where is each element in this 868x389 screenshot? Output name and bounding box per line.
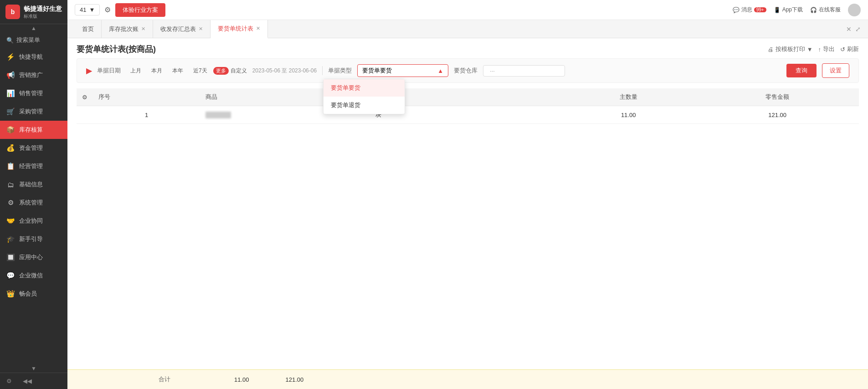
row-no: 1 — [93, 106, 200, 124]
sidebar-collapse-icon[interactable]: ◀◀ — [23, 378, 32, 384]
date-btn-last-7[interactable]: 近7天 — [189, 65, 211, 77]
messages-item[interactable]: 💬 消息 99+ — [733, 6, 766, 14]
print-dropdown-icon: ▼ — [807, 46, 813, 53]
marketing-icon: 📢 — [6, 71, 15, 79]
footer-label: 合计 — [159, 375, 170, 384]
sidebar-item-marketing[interactable]: 📢 营销推广 — [0, 66, 67, 84]
logo-icon: b — [5, 5, 20, 19]
footer-quantity: 11.00 — [234, 376, 249, 383]
tab-batch-account-close[interactable]: ✕ — [141, 26, 145, 32]
tab-actions: ✕ ⤢ — [846, 26, 861, 33]
app-logo: b 畅捷通好生意 标准版 — [0, 0, 67, 24]
sidebar-bottom: ⚙ ◀◀ — [0, 373, 67, 389]
sidebar-item-operation[interactable]: 📋 经营管理 — [0, 157, 67, 175]
tab-requisition-stats[interactable]: 要货单统计表 ✕ — [211, 20, 268, 38]
sidebar-scroll-down[interactable]: ▼ — [0, 364, 67, 373]
tab-close-all-icon[interactable]: ✕ — [846, 26, 852, 33]
sidebar-item-finance[interactable]: 💰 资金管理 — [0, 139, 67, 157]
store-dropdown-icon: ▼ — [89, 6, 95, 13]
filter-divider — [322, 66, 323, 75]
sidebar-settings-icon[interactable]: ⚙ — [6, 378, 12, 384]
filter-toggle-icon[interactable]: ▶ — [86, 67, 92, 75]
sidebar-item-wechat[interactable]: 💬 企业微信 — [0, 266, 67, 285]
tab-expand-icon[interactable]: ⤢ — [855, 26, 861, 33]
dropdown-item-return[interactable]: 要货单退货 — [324, 97, 405, 114]
type-dropdown: 要货单要货 要货单退货 — [323, 79, 405, 114]
date-btn-last-month[interactable]: 上月 — [126, 65, 145, 77]
app-download-item[interactable]: 📱 App下载 — [774, 6, 803, 14]
col-quantity: 主数量 — [561, 88, 696, 106]
tab-receive-summary-close[interactable]: ✕ — [199, 26, 203, 32]
type-label: 单据类型 — [328, 67, 352, 75]
apps-icon: 🔲 — [6, 253, 15, 261]
refresh-button[interactable]: ↺ 刷新 — [840, 45, 859, 53]
query-button[interactable]: 查询 — [786, 64, 817, 77]
finance-icon: 💰 — [6, 144, 15, 152]
date-btn-this-year[interactable]: 本年 — [168, 65, 187, 77]
type-select-arrow: ▲ — [437, 67, 443, 74]
sidebar-item-purchase[interactable]: 🛒 采购管理 — [0, 102, 67, 121]
print-button[interactable]: 🖨 按模板打印 ▼ — [768, 45, 813, 53]
row-settings — [77, 106, 93, 124]
sidebar-item-shortcut[interactable]: ⚡ 快捷导航 — [0, 48, 67, 66]
date-btn-this-month[interactable]: 本月 — [147, 65, 166, 77]
store-selector[interactable]: 41 ▼ — [75, 4, 100, 15]
date-range-buttons: 上月 本月 本年 近7天 更多 自定义 — [126, 65, 247, 77]
main-area: 41 ▼ ⚙ 体验行业方案 💬 消息 99+ 📱 App下载 🎧 在线客服 — [67, 0, 868, 389]
date-display: 2023-05-06 至 2023-06-06 — [252, 67, 317, 75]
row-quantity: 11.00 — [561, 106, 696, 124]
online-service-item[interactable]: 🎧 在线客服 — [810, 6, 841, 14]
guide-icon: 🎓 — [6, 235, 15, 243]
filter-settings-button[interactable]: 设置 — [822, 63, 849, 78]
sidebar-item-sales[interactable]: 📊 销售管理 — [0, 84, 67, 102]
warehouse-select[interactable]: ··· — [483, 65, 565, 77]
col-amount: 零售金额 — [696, 88, 859, 106]
date-more-badge[interactable]: 更多 — [213, 67, 229, 75]
sidebar-item-guide[interactable]: 🎓 新手引导 — [0, 230, 67, 248]
tab-receive-summary[interactable]: 收发存汇总表 ✕ — [153, 20, 211, 38]
sidebar-item-inventory[interactable]: 📦 库存核算 — [0, 121, 67, 139]
operation-icon: 📋 — [6, 162, 15, 170]
sidebar-search[interactable]: 🔍 搜索菜单 — [0, 32, 67, 48]
app-download-icon: 📱 — [774, 7, 781, 13]
col-settings[interactable]: ⚙ — [77, 88, 93, 106]
topbar-right: 💬 消息 99+ 📱 App下载 🎧 在线客服 — [733, 4, 861, 16]
system-icon: ⚙ — [6, 199, 15, 207]
topbar: 41 ▼ ⚙ 体验行业方案 💬 消息 99+ 📱 App下载 🎧 在线客服 — [67, 0, 868, 20]
wechat-icon: 💬 — [6, 271, 15, 280]
sidebar: b 畅捷通好生意 标准版 ▲ 🔍 搜索菜单 ⚡ 快捷导航 📢 营销推广 📊 销售… — [0, 0, 67, 389]
dropdown-item-delivery[interactable]: 要货单要货 — [324, 79, 405, 97]
page-title: 要货单统计表(按商品) — [77, 44, 156, 55]
trial-button[interactable]: 体验行业方案 — [115, 3, 165, 17]
inventory-icon: 📦 — [6, 126, 15, 134]
sidebar-item-enterprise[interactable]: 🤝 企业协同 — [0, 212, 67, 230]
page-content: 要货单统计表(按商品) 🖨 按模板打印 ▼ ↑ 导出 ↺ 刷新 ▶ — [67, 38, 868, 389]
type-select[interactable]: 要货单要货 ▲ — [357, 64, 448, 77]
shortcut-icon: ⚡ — [6, 53, 15, 61]
table-footer: 合计 11.00 121.00 — [67, 369, 868, 389]
sidebar-item-basic[interactable]: 🗂 基础信息 — [0, 175, 67, 194]
topbar-settings-icon[interactable]: ⚙ — [104, 5, 111, 14]
sidebar-scroll-up[interactable]: ▲ — [0, 24, 67, 32]
user-avatar[interactable] — [848, 4, 861, 16]
page-actions: 🖨 按模板打印 ▼ ↑ 导出 ↺ 刷新 — [768, 45, 859, 53]
sales-icon: 📊 — [6, 89, 15, 97]
date-custom-btn[interactable]: 自定义 — [231, 67, 247, 75]
tab-batch-account[interactable]: 库存批次账 ✕ — [102, 20, 153, 38]
topbar-left: 41 ▼ ⚙ 体验行业方案 — [75, 3, 727, 17]
sidebar-nav: ⚡ 快捷导航 📢 营销推广 📊 销售管理 🛒 采购管理 📦 库存核算 💰 资金管… — [0, 48, 67, 364]
page-header: 要货单统计表(按商品) 🖨 按模板打印 ▼ ↑ 导出 ↺ 刷新 — [67, 38, 868, 58]
export-button[interactable]: ↑ 导出 — [818, 45, 835, 53]
row-amount: 121.00 — [696, 106, 859, 124]
warehouse-label: 要货仓库 — [454, 67, 478, 75]
purchase-icon: 🛒 — [6, 107, 15, 116]
tab-requisition-stats-close[interactable]: ✕ — [256, 26, 260, 31]
sidebar-item-apps[interactable]: 🔲 应用中心 — [0, 248, 67, 266]
enterprise-icon: 🤝 — [6, 217, 15, 225]
type-selected-value: 要货单要货 — [362, 67, 392, 75]
tab-home[interactable]: 首页 — [75, 20, 102, 38]
sidebar-item-system[interactable]: ⚙ 系统管理 — [0, 194, 67, 212]
search-icon: 🔍 — [6, 37, 14, 44]
sidebar-item-member[interactable]: 👑 畅会员 — [0, 285, 67, 303]
footer-amount: 121.00 — [286, 376, 304, 383]
